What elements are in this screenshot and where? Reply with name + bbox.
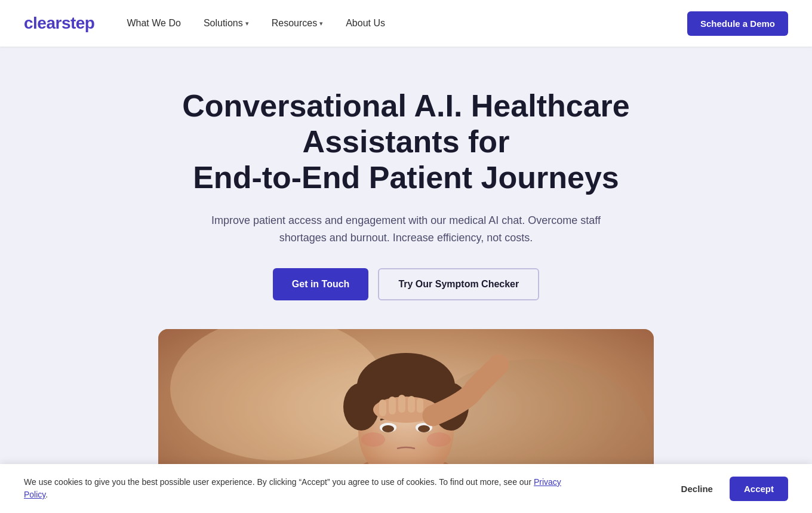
logo[interactable]: clearstep [24, 14, 94, 33]
navigation: clearstep What We Do Solutions ▾ Resourc… [0, 0, 812, 47]
get-in-touch-button[interactable]: Get in Touch [273, 268, 369, 300]
hero-subtitle: Improve patient access and engagement wi… [191, 212, 621, 247]
nav-item-solutions[interactable]: Solutions ▾ [195, 13, 257, 33]
nav-left: clearstep What We Do Solutions ▾ Resourc… [24, 13, 393, 33]
nav-item-resources[interactable]: Resources ▾ [263, 13, 331, 33]
hero-section: Conversational A.I. Healthcare Assistant… [0, 47, 812, 513]
nav-links: What We Do Solutions ▾ Resources ▾ About… [118, 13, 393, 33]
cookie-banner: We use cookies to give you the best poss… [0, 464, 812, 513]
hero-buttons: Get in Touch Try Our Symptom Checker [24, 268, 788, 300]
cookie-buttons: Decline Accept [672, 477, 788, 501]
decline-button[interactable]: Decline [672, 478, 722, 500]
try-symptom-checker-button[interactable]: Try Our Symptom Checker [378, 268, 539, 300]
chevron-down-icon: ▾ [319, 20, 323, 27]
cookie-message: We use cookies to give you the best poss… [24, 476, 561, 501]
chevron-down-icon: ▾ [245, 20, 249, 27]
hero-title: Conversational A.I. Healthcare Assistant… [137, 88, 675, 195]
nav-item-what-we-do[interactable]: What We Do [118, 13, 189, 33]
nav-item-about-us[interactable]: About Us [337, 13, 393, 33]
accept-button[interactable]: Accept [730, 477, 788, 501]
schedule-demo-button[interactable]: Schedule a Demo [687, 11, 788, 36]
